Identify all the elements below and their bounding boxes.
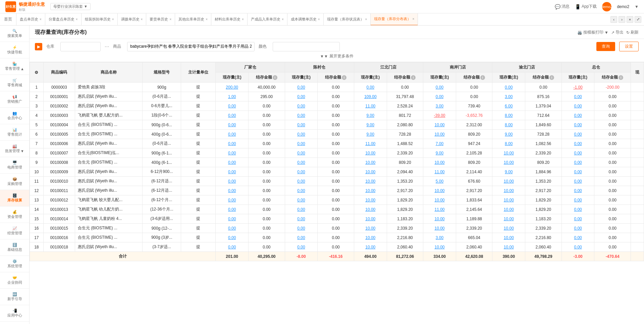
cell-w3-qty[interactable]: 10.00 (354, 177, 387, 186)
cell-w4-qty[interactable]: 0.00 (423, 83, 456, 92)
info-icon-3[interactable]: i (411, 75, 416, 80)
warehouse-input[interactable] (60, 42, 101, 51)
cell-w3-qty[interactable]: 10.00 (354, 242, 387, 252)
cell-w1-qty[interactable]: 0.00 (216, 167, 249, 177)
tab-fullscreen-btn[interactable]: ⤢ (635, 16, 641, 23)
cell-w5-qty[interactable]: 8.00 (492, 139, 525, 148)
filter-toggle-btn[interactable]: ▶ (35, 43, 42, 50)
cell-w3-qty[interactable]: 10.00 (354, 195, 387, 205)
tab-item-6[interactable]: 材料出库单历史 × (211, 13, 248, 26)
cell-total-qty[interactable]: 0.00 (561, 92, 594, 101)
cell-total-qty[interactable]: 0.00 (561, 120, 594, 130)
tab-item-0[interactable]: 盘点单历史 × (16, 13, 45, 26)
cell-w4-qty[interactable]: 11.00 (423, 205, 456, 214)
tab-close-5[interactable]: × (206, 17, 208, 21)
cell-w3-qty[interactable]: 9.00 (354, 130, 387, 139)
tab-next-btn[interactable]: › (619, 16, 625, 23)
cell-w5-qty[interactable]: 10.00 (492, 214, 525, 224)
cell-w4-qty[interactable]: 10.00 (423, 130, 456, 139)
tab-close-1[interactable]: × (76, 17, 78, 21)
cell-w2-qty[interactable]: 0.00 (285, 186, 318, 195)
cell-w2-qty[interactable]: 0.00 (285, 242, 318, 252)
cell-w3-qty[interactable]: 0.00 (354, 83, 387, 92)
tab-item-5[interactable]: 其他出库单历史 × (175, 13, 211, 26)
cell-w1-qty[interactable]: 1.00 (216, 92, 249, 101)
tab-item-8[interactable]: 成本调整单历史 × (287, 13, 324, 26)
cell-w5-qty[interactable]: 10.00 (492, 158, 525, 167)
sidebar-item-member[interactable]: 👥 会员中心 (0, 108, 29, 124)
cell-w1-qty[interactable]: 0.00 (216, 148, 249, 158)
tab-close-all-btn[interactable]: × (627, 16, 633, 23)
cell-total-qty[interactable]: 0.00 (561, 233, 594, 242)
sidebar-item-retail-mgmt[interactable]: 🏪 零售管理 ▲ (0, 58, 29, 75)
cell-w1-qty[interactable]: 0.00 (216, 224, 249, 233)
cell-w2-qty[interactable]: 0.00 (285, 214, 318, 224)
tab-prev-btn[interactable]: ‹ (610, 16, 617, 23)
user-name[interactable]: demo2 (617, 4, 629, 9)
cell-w1-qty[interactable]: 0.00 (216, 205, 249, 214)
cell-total-qty[interactable]: 0.00 (561, 205, 594, 214)
message-btn[interactable]: 💬 消息 (555, 4, 570, 9)
tab-item-10[interactable]: 现存量（库存分布表） × (371, 13, 418, 26)
tab-item-2[interactable]: 组装拆卸单历史 × (82, 13, 118, 26)
cell-w4-qty[interactable]: 5.00 (423, 177, 456, 186)
col-settings[interactable]: ⚙ (30, 62, 44, 83)
cell-total-qty[interactable]: 0.00 (561, 214, 594, 224)
cell-total-qty[interactable]: 0.00 (561, 101, 594, 111)
cell-w2-qty[interactable]: 0.00 (285, 83, 318, 92)
sidebar-item-quicknav[interactable]: ⚡ 快捷导航 (0, 42, 29, 58)
goods-input[interactable] (127, 42, 255, 51)
tab-item-4[interactable]: 要货单历史 × (146, 13, 175, 26)
export-btn[interactable]: ↗ 导出 (611, 30, 624, 35)
cell-w4-qty[interactable]: 10.00 (423, 158, 456, 167)
industry-selector[interactable]: 母婴行业演示陈套 ▼ (50, 3, 91, 10)
cell-total-qty[interactable]: 0.00 (561, 242, 594, 252)
tab-close-4[interactable]: × (169, 17, 171, 21)
info-icon-5[interactable]: i (549, 75, 554, 80)
cell-w1-qty[interactable]: 0.00 (216, 130, 249, 139)
cell-w3-qty[interactable]: 10.00 (354, 224, 387, 233)
cell-w2-qty[interactable]: 0.00 (285, 101, 318, 111)
cell-w2-qty[interactable]: 0.00 (285, 148, 318, 158)
cell-w3-qty[interactable]: 10.00 (354, 167, 387, 177)
cell-w1-qty[interactable]: 0.00 (216, 195, 249, 205)
cell-w5-qty[interactable]: 10.00 (492, 195, 525, 205)
cell-w4-qty[interactable]: 3.00 (423, 233, 456, 242)
expand-filter-btn[interactable]: ▼▼ 展开更多条件 (320, 53, 354, 59)
cell-w4-qty[interactable]: 11.00 (423, 167, 456, 177)
user-avatar[interactable]: demo2 (602, 2, 611, 11)
cell-w5-qty[interactable]: 8.00 (492, 120, 525, 130)
print-btn[interactable]: 🖨️ 按模板打印 ▼ (577, 30, 608, 35)
cell-w1-qty[interactable]: 0.00 (216, 186, 249, 195)
cell-w2-qty[interactable]: 0.00 (285, 130, 318, 139)
sidebar-item-system[interactable]: ⚙️ 系统管理 (0, 256, 29, 272)
cell-w4-qty[interactable]: 10.00 (423, 195, 456, 205)
cell-w3-qty[interactable]: 10.00 (354, 186, 387, 195)
user-dropdown-icon[interactable]: ▼ (635, 4, 639, 9)
cell-w1-qty[interactable]: 0.00 (216, 214, 249, 224)
sidebar-item-appcenter[interactable]: 📲 应用中心 (0, 305, 29, 322)
cell-w4-qty[interactable]: 10.00 (423, 224, 456, 233)
sidebar-item-operations[interactable]: 📈 经营管理 (0, 223, 29, 239)
tab-close-9[interactable]: × (365, 17, 367, 21)
cell-total-qty[interactable]: 0.00 (561, 186, 594, 195)
cell-w4-qty[interactable]: 10.00 (423, 120, 456, 130)
cell-w2-qty[interactable]: 0.00 (285, 224, 318, 233)
tab-item-3[interactable]: 调拨单历史 × (118, 13, 147, 26)
info-icon-1[interactable]: i (273, 75, 277, 80)
cell-w2-qty[interactable]: 0.00 (285, 158, 318, 167)
cell-w1-qty[interactable]: 0.00 (216, 242, 249, 252)
cell-w4-qty[interactable]: 10.00 (423, 214, 456, 224)
cell-w5-qty[interactable]: 10.00 (492, 205, 525, 214)
cell-w5-qty[interactable]: 0.00 (492, 83, 525, 92)
sidebar-item-guide[interactable]: 🆕 新手引导 (0, 289, 29, 305)
tab-item-1[interactable]: 分量盘点单历史 × (45, 13, 82, 26)
cell-w5-qty[interactable]: 8.00 (492, 111, 525, 120)
tab-item-7[interactable]: 产成品入库单历史 × (248, 13, 287, 26)
cell-w2-qty[interactable]: 0.00 (285, 195, 318, 205)
cell-w5-qty[interactable]: 9.00 (492, 130, 525, 139)
cell-w5-qty[interactable]: 10.00 (492, 186, 525, 195)
cell-w5-qty[interactable]: 10.00 (492, 242, 525, 252)
sidebar-item-wechat[interactable]: 💬 企业微信 (0, 322, 29, 324)
cell-w2-qty[interactable]: 0.00 (285, 92, 318, 101)
